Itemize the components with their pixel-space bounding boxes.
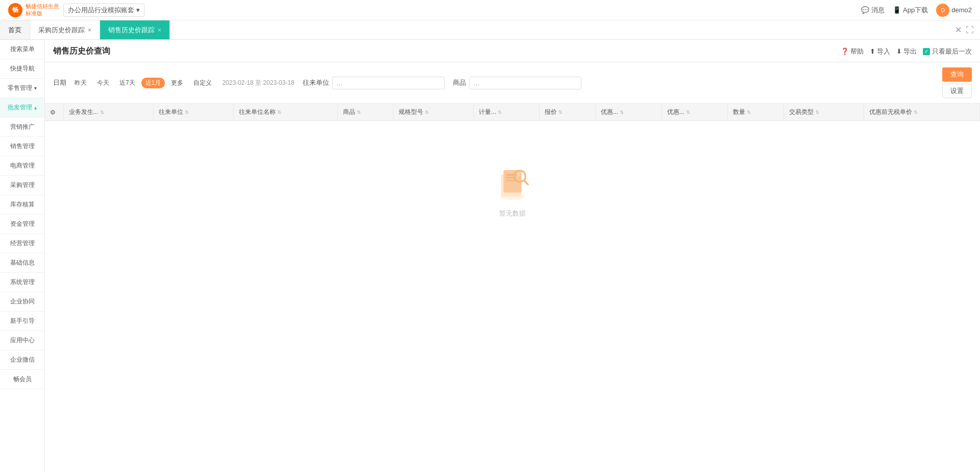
date-pill-custom[interactable]: 自定义 — [189, 78, 216, 88]
sidebar-item-wholesale-mgmt[interactable]: 批发管理 ▴ — [0, 98, 44, 117]
wholesale-mgmt-label: 批发管理 — [8, 103, 32, 112]
sidebar-item-basic-info[interactable]: 基础信息 — [0, 253, 44, 273]
th-business-date[interactable]: 业务发生... ⇅ — [63, 104, 153, 121]
sort-icon-discount2: ⇅ — [686, 109, 690, 115]
top-bar: 畅 畅捷信好生意 标准版 办公用品行业模拟账套 ▾ 💬 消息 📱 App下载 D… — [0, 0, 980, 20]
sort-icon-unit-name: ⇅ — [277, 109, 281, 115]
sort-icon-product: ⇅ — [357, 109, 361, 115]
table-container: ⚙ 业务发生... ⇅ 往来单位 ⇅ — [45, 104, 980, 472]
export-button[interactable]: ⬇ 导出 — [896, 47, 917, 56]
date-pill-7days[interactable]: 近7天 — [115, 78, 139, 88]
sidebar-item-system[interactable]: 系统管理 — [0, 273, 44, 292]
date-filter-group: 日期 昨天 今天 近7天 近1月 更多 自定义 2023-02-18 至 202… — [53, 78, 295, 88]
th-spec[interactable]: 规格型号 ⇅ — [394, 104, 474, 121]
retail-mgmt-label: 零售管理 — [8, 84, 32, 92]
purchase-history-tab-label: 采购历史价跟踪 — [38, 26, 85, 35]
sort-icon-unit: ⇅ — [498, 109, 502, 115]
th-unit-name[interactable]: 往来单位名称 ⇅ — [233, 104, 337, 121]
help-icon: ❓ — [841, 48, 849, 55]
export-icon: ⬇ — [896, 48, 902, 55]
sort-icon-quote: ⇅ — [558, 109, 562, 115]
settings-button[interactable]: 设置 — [942, 84, 972, 98]
close-sales-history-tab[interactable]: × — [158, 27, 161, 34]
sidebar-item-app-center[interactable]: 应用中心 — [0, 331, 44, 350]
th-unit[interactable]: 计量... ⇅ — [474, 104, 540, 121]
date-pill-yesterday[interactable]: 昨天 — [70, 78, 91, 88]
date-pill-1month[interactable]: 近1月 — [141, 78, 165, 88]
app-title-selector[interactable]: 办公用品行业模拟账套 ▾ — [63, 4, 144, 17]
sales-mgmt-label: 销售管理 — [10, 142, 35, 151]
app-download-button[interactable]: 📱 App下载 — [893, 6, 928, 15]
th-discount1[interactable]: 优惠... ⇅ — [596, 104, 662, 121]
chevron-down-icon: ▾ — [34, 85, 37, 91]
sort-icon-business-date: ⇅ — [100, 109, 104, 115]
top-bar-left: 畅 畅捷信好生意 标准版 办公用品行业模拟账套 ▾ — [8, 3, 144, 17]
quick-nav-label: 快捷导航 — [10, 64, 35, 73]
user-menu[interactable]: D demo2 — [936, 4, 972, 17]
import-button[interactable]: ⬆ 导入 — [870, 47, 890, 56]
page-header-actions: ❓ 帮助 ⬆ 导入 ⬇ 导出 ✓ 只看最后一次 — [841, 47, 972, 56]
th-pretax-price[interactable]: 优惠前无税单价 ⇅ — [864, 104, 979, 121]
filter-buttons: 查询 设置 — [942, 67, 972, 98]
basic-info-label: 基础信息 — [10, 258, 35, 267]
from-unit-input[interactable]: ... — [332, 77, 445, 89]
sidebar-item-retail-mgmt[interactable]: 零售管理 ▾ — [0, 79, 44, 98]
th-discount2[interactable]: 优惠... ⇅ — [662, 104, 727, 121]
tab-spacer — [170, 20, 949, 39]
sidebar-item-ecommerce[interactable]: 电商管理 — [0, 156, 44, 176]
home-tab-label: 首页 — [8, 26, 21, 35]
tab-actions: ✕ ⛶ — [949, 20, 980, 39]
only-last-checkbox[interactable]: ✓ 只看最后一次 — [923, 47, 972, 56]
th-trade-type[interactable]: 交易类型 ⇅ — [783, 104, 864, 121]
empty-illustration — [492, 162, 533, 203]
date-pill-today[interactable]: 今天 — [93, 78, 113, 88]
product-input[interactable]: ... — [469, 77, 581, 89]
th-quantity[interactable]: 数量 ⇅ — [728, 104, 784, 121]
sidebar-item-marketing[interactable]: 营销推广 — [0, 117, 44, 137]
inventory-label: 库存核算 — [10, 200, 35, 209]
date-filter-label: 日期 — [53, 78, 66, 87]
enterprise-collab-label: 企业协同 — [10, 297, 35, 306]
sidebar: 搜索菜单 快捷导航 零售管理 ▾ 批发管理 ▴ 营销推广 销售管理 电商管理 采… — [0, 40, 45, 472]
message-button[interactable]: 💬 消息 — [861, 6, 885, 15]
tab-home[interactable]: 首页 — [0, 20, 30, 39]
empty-text: 暂无数据 — [499, 209, 526, 218]
maximize-button[interactable]: ⛶ — [966, 26, 974, 35]
sort-icon-spec: ⇅ — [425, 109, 429, 115]
query-button[interactable]: 查询 — [942, 67, 972, 82]
th-product[interactable]: 商品 ⇅ — [337, 104, 394, 121]
download-icon: 📱 — [893, 6, 901, 14]
sidebar-item-search-menu[interactable]: 搜索菜单 — [0, 40, 44, 59]
sidebar-item-enterprise-wechat[interactable]: 企业微信 — [0, 350, 44, 370]
sidebar-item-finance[interactable]: 资金管理 — [0, 215, 44, 234]
avatar: D — [936, 4, 949, 17]
sidebar-item-inventory[interactable]: 库存核算 — [0, 195, 44, 215]
help-button[interactable]: ❓ 帮助 — [841, 47, 864, 56]
close-all-tabs-button[interactable]: ✕ — [955, 25, 962, 35]
close-purchase-history-tab[interactable]: × — [88, 27, 91, 34]
sidebar-item-operations[interactable]: 经营管理 — [0, 234, 44, 253]
chevron-down-icon: ▾ — [136, 6, 140, 14]
date-range-display: 2023-02-18 至 2023-03-18 — [222, 79, 294, 87]
sort-icon-quantity: ⇅ — [747, 109, 751, 115]
from-unit-field: 往来单位 ... — [303, 77, 445, 89]
tab-sales-history[interactable]: 销售历史价跟踪 × — [100, 20, 170, 39]
filter-bar: 日期 昨天 今天 近7天 近1月 更多 自定义 2023-02-18 至 202… — [45, 62, 980, 104]
tab-purchase-history[interactable]: 采购历史价跟踪 × — [30, 20, 100, 39]
sidebar-item-sales-mgmt[interactable]: 销售管理 — [0, 137, 44, 156]
sidebar-item-quick-nav[interactable]: 快捷导航 — [0, 59, 44, 79]
th-quote[interactable]: 报价 ⇅ — [540, 104, 596, 121]
sidebar-item-member[interactable]: 畅会员 — [0, 370, 44, 389]
sidebar-item-purchase-mgmt[interactable]: 采购管理 — [0, 176, 44, 195]
date-pill-more[interactable]: 更多 — [167, 78, 187, 88]
sidebar-item-new-user-guide[interactable]: 新手引导 — [0, 312, 44, 331]
logo-icon: 畅 — [8, 3, 22, 17]
sort-icon-discount1: ⇅ — [620, 109, 624, 115]
top-bar-right: 💬 消息 📱 App下载 D demo2 — [861, 4, 972, 17]
svg-point-8 — [517, 173, 520, 176]
sidebar-item-enterprise-collab[interactable]: 企业协同 — [0, 292, 44, 312]
from-unit-placeholder: ... — [337, 79, 342, 87]
th-unit-code[interactable]: 往来单位 ⇅ — [153, 104, 233, 121]
settings-icon[interactable]: ⚙ — [50, 109, 56, 116]
app-center-label: 应用中心 — [10, 336, 35, 345]
